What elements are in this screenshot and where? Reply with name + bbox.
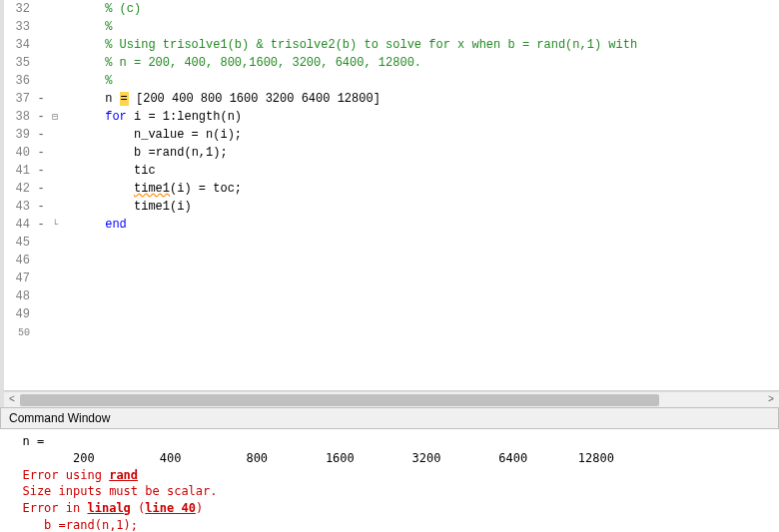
- code-editor-area[interactable]: 32 % (c) 33 % 34 % Using trisolve1(b) & …: [4, 0, 779, 391]
- line-number: 48: [4, 289, 34, 303]
- line-number: 50: [4, 327, 34, 338]
- code-line[interactable]: 50: [4, 323, 779, 341]
- code-warning[interactable]: time1: [134, 182, 170, 196]
- code-line[interactable]: 49: [4, 305, 779, 323]
- code-line[interactable]: 32 % (c): [4, 0, 779, 18]
- breakpoint-column[interactable]: -: [34, 146, 48, 160]
- scroll-thumb[interactable]: [20, 394, 659, 406]
- command-window-title[interactable]: Command Window: [0, 407, 779, 429]
- scroll-right-icon[interactable]: >: [763, 392, 779, 408]
- code-line[interactable]: 34 % Using trisolve1(b) & trisolve2(b) t…: [4, 36, 779, 54]
- horizontal-scrollbar[interactable]: < >: [4, 391, 779, 407]
- code-line[interactable]: 40 - b =rand(n,1);: [4, 144, 779, 162]
- code-line[interactable]: 35 % n = 200, 400, 800,1600, 3200, 6400,…: [4, 54, 779, 72]
- code-line[interactable]: 33 %: [4, 18, 779, 36]
- breakpoint-column[interactable]: -: [34, 164, 48, 178]
- code-line[interactable]: 42 - time1(i) = toc;: [4, 180, 779, 198]
- code-line[interactable]: 45: [4, 234, 779, 252]
- code-line[interactable]: 48: [4, 287, 779, 305]
- code-content[interactable]: time1(i) = toc;: [62, 182, 779, 196]
- code-content[interactable]: % (c): [62, 2, 779, 16]
- code-line[interactable]: 37 - n = [200 400 800 1600 3200 6400 128…: [4, 90, 779, 108]
- line-number: 34: [4, 38, 34, 52]
- fold-end-icon[interactable]: └: [48, 220, 62, 231]
- code-content[interactable]: % n = 200, 400, 800,1600, 3200, 6400, 12…: [62, 56, 779, 70]
- line-number: 33: [4, 20, 34, 34]
- line-number: 38: [4, 110, 34, 124]
- line-number: 40: [4, 146, 34, 160]
- code-line[interactable]: 44 - └ end: [4, 216, 779, 234]
- error-line: Size inputs must be scalar.: [8, 483, 771, 500]
- error-link-file[interactable]: linalg: [87, 501, 130, 515]
- line-number: 47: [4, 271, 34, 285]
- code-line[interactable]: 38 - ⊟ for i = 1:length(n): [4, 108, 779, 126]
- breakpoint-column[interactable]: -: [34, 92, 48, 106]
- code-content[interactable]: %: [62, 20, 779, 34]
- line-number: 41: [4, 164, 34, 178]
- code-content[interactable]: n_value = n(i);: [62, 128, 779, 142]
- fold-collapse-icon[interactable]: ⊟: [48, 111, 62, 123]
- line-number: 49: [4, 307, 34, 321]
- cursor-marker: =: [120, 92, 129, 106]
- line-number: 42: [4, 182, 34, 196]
- error-line: Error using rand: [8, 467, 771, 484]
- code-line[interactable]: 46: [4, 252, 779, 269]
- code-content[interactable]: b =rand(n,1);: [62, 146, 779, 160]
- line-number: 44: [4, 218, 34, 232]
- line-number: 36: [4, 74, 34, 88]
- error-link-line[interactable]: line 40: [145, 501, 196, 515]
- line-number: 32: [4, 2, 34, 16]
- code-content[interactable]: n = [200 400 800 1600 3200 6400 12800]: [62, 92, 779, 106]
- line-number: 39: [4, 128, 34, 142]
- code-content[interactable]: %: [62, 74, 779, 88]
- code-content[interactable]: time1(i): [62, 200, 779, 214]
- code-content[interactable]: end: [62, 218, 779, 232]
- line-number: 45: [4, 236, 34, 250]
- error-line: Error in linalg (line 40): [8, 500, 771, 517]
- line-number: 37: [4, 92, 34, 106]
- breakpoint-column[interactable]: -: [34, 218, 48, 232]
- code-line[interactable]: 47: [4, 269, 779, 287]
- code-content[interactable]: for i = 1:length(n): [62, 110, 779, 124]
- breakpoint-column[interactable]: -: [34, 182, 48, 196]
- error-line: b =rand(n,1);: [8, 517, 771, 532]
- breakpoint-column[interactable]: -: [34, 200, 48, 214]
- breakpoint-column[interactable]: -: [34, 128, 48, 142]
- code-line[interactable]: 36 %: [4, 72, 779, 90]
- breakpoint-column[interactable]: -: [34, 110, 48, 124]
- line-number: 46: [4, 254, 34, 267]
- output-line: n =: [8, 433, 771, 450]
- scroll-track[interactable]: [20, 394, 763, 406]
- code-content[interactable]: tic: [62, 164, 779, 178]
- line-number: 43: [4, 200, 34, 214]
- code-line[interactable]: 41 - tic: [4, 162, 779, 180]
- code-content[interactable]: % Using trisolve1(b) & trisolve2(b) to s…: [62, 38, 779, 52]
- output-line: 200 400 800 1600 3200 6400 12800: [8, 450, 771, 467]
- line-number: 35: [4, 56, 34, 70]
- error-link-rand[interactable]: rand: [109, 468, 138, 482]
- command-window-area[interactable]: n = 200 400 800 1600 3200 6400 12800 Err…: [0, 429, 779, 532]
- code-line[interactable]: 39 - n_value = n(i);: [4, 126, 779, 144]
- scroll-left-icon[interactable]: <: [4, 392, 20, 408]
- code-line[interactable]: 43 - time1(i): [4, 198, 779, 216]
